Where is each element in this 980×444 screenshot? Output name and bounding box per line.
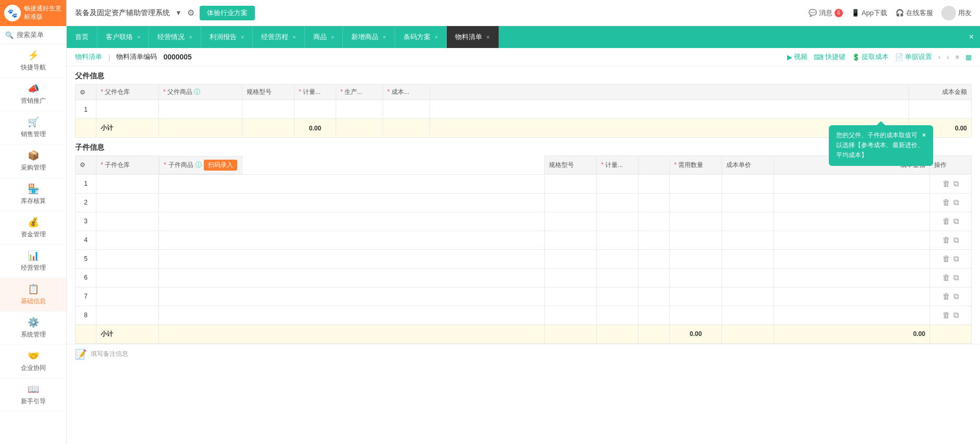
tab-history-close[interactable]: × xyxy=(292,34,296,40)
child-row-product[interactable] xyxy=(159,231,545,249)
child-row-qty[interactable] xyxy=(670,212,722,231)
tab-profit[interactable]: 利润报告 × xyxy=(201,26,253,48)
child-row-warehouse[interactable] xyxy=(96,306,159,325)
copy-row-icon[interactable]: ⧉ xyxy=(953,198,959,207)
child-row-unit[interactable] xyxy=(597,174,639,193)
settings-gear-icon[interactable]: ⚙ xyxy=(187,8,194,18)
video-action[interactable]: ▶ 视频 xyxy=(787,52,807,62)
child-row-product[interactable] xyxy=(159,268,545,287)
copy-row-icon[interactable]: ⧉ xyxy=(953,235,959,245)
single-setting-action[interactable]: 📄 单据设置 xyxy=(895,52,932,62)
message-button[interactable]: 💬 消息 6 xyxy=(808,8,843,18)
breadcrumb[interactable]: 物料清单 xyxy=(75,52,102,62)
child-row-warehouse[interactable] xyxy=(96,193,159,212)
tab-customer-close[interactable]: × xyxy=(137,34,140,40)
sidebar-item-finance[interactable]: 💰 资金管理 xyxy=(0,211,66,245)
copy-row-icon[interactable]: ⧉ xyxy=(953,217,959,226)
child-row-unit[interactable] xyxy=(597,231,639,249)
nav-prev-icon[interactable]: ‹ xyxy=(938,53,940,61)
child-row-product[interactable] xyxy=(159,193,545,212)
child-row-unit-cost[interactable] xyxy=(722,249,774,268)
child-row-qty[interactable] xyxy=(670,231,722,249)
child-row-qty[interactable] xyxy=(670,306,722,325)
tab-goods-close[interactable]: × xyxy=(331,34,334,40)
child-row-warehouse[interactable] xyxy=(96,212,159,231)
delete-row-icon[interactable]: 🗑 xyxy=(942,254,950,263)
delete-row-icon[interactable]: 🗑 xyxy=(942,179,950,188)
child-row-warehouse[interactable] xyxy=(96,231,159,249)
child-row-spec[interactable] xyxy=(545,212,597,231)
child-row-product[interactable] xyxy=(159,212,545,231)
sidebar-item-operation[interactable]: 📊 经营管理 xyxy=(0,245,66,278)
child-row-unit-cost[interactable] xyxy=(722,268,774,287)
child-row-product[interactable] xyxy=(159,249,545,268)
extract-cost-action[interactable]: 💲 提取成本 xyxy=(852,52,889,62)
child-row-qty[interactable] xyxy=(670,268,722,287)
close-all-tabs[interactable]: × xyxy=(963,32,980,42)
sidebar-item-basic[interactable]: 📋 基础信息 xyxy=(0,278,66,311)
tab-operation[interactable]: 经营情况 × xyxy=(149,26,201,48)
child-row-spec[interactable] xyxy=(545,174,597,193)
copy-row-icon[interactable]: ⧉ xyxy=(953,292,959,301)
sidebar-item-quick-nav[interactable]: ⚡ 快捷导航 xyxy=(0,44,66,78)
child-row-unit[interactable] xyxy=(597,306,639,325)
tab-profit-close[interactable]: × xyxy=(241,34,244,40)
child-row-spec[interactable] xyxy=(545,231,597,249)
grid-view-icon[interactable]: ▦ xyxy=(965,53,972,61)
tab-bom-close[interactable]: × xyxy=(486,34,489,40)
child-row-unit-cost[interactable] xyxy=(722,193,774,212)
sidebar-item-purchase[interactable]: 📦 采购管理 xyxy=(0,145,66,178)
child-row-warehouse[interactable] xyxy=(96,287,159,306)
child-row-qty[interactable] xyxy=(670,193,722,212)
tab-new-goods-close[interactable]: × xyxy=(383,34,386,40)
tab-customer[interactable]: 客户联络 × xyxy=(97,26,149,48)
child-col-setting[interactable]: ⚙ xyxy=(76,156,96,175)
child-row-qty[interactable] xyxy=(670,249,722,268)
parent-col-setting[interactable]: ⚙ xyxy=(76,85,96,100)
tab-barcode[interactable]: 条码方案 × xyxy=(395,26,447,48)
user-menu[interactable]: 用友 xyxy=(941,6,972,20)
child-row-unit-cost[interactable] xyxy=(722,174,774,193)
tab-home[interactable]: 首页 xyxy=(67,26,97,48)
child-row-qty[interactable] xyxy=(670,287,722,306)
trial-button[interactable]: 体验行业方案 xyxy=(200,6,255,20)
child-row-unit-cost[interactable] xyxy=(722,212,774,231)
tab-bom[interactable]: 物料清单 × xyxy=(447,26,498,48)
delete-row-icon[interactable]: 🗑 xyxy=(942,273,950,282)
delete-row-icon[interactable]: 🗑 xyxy=(942,310,950,320)
child-row-unit-cost[interactable] xyxy=(722,231,774,249)
parent-row-warehouse[interactable] xyxy=(96,100,159,119)
sidebar-item-system[interactable]: ⚙️ 系统管理 xyxy=(0,311,66,345)
child-row-unit[interactable] xyxy=(597,193,639,212)
sidebar-item-enterprise[interactable]: 🤝 企业协同 xyxy=(0,345,66,378)
child-row-qty[interactable] xyxy=(670,174,722,193)
sidebar-item-inventory[interactable]: 🏪 库存核算 xyxy=(0,178,66,211)
copy-row-icon[interactable]: ⧉ xyxy=(953,273,959,282)
tab-new-goods[interactable]: 新增商品 × xyxy=(343,26,395,48)
online-service-button[interactable]: 🎧 在线客服 xyxy=(896,8,933,18)
sidebar-item-guide[interactable]: 📖 新手引导 xyxy=(0,378,66,412)
child-row-spec[interactable] xyxy=(545,287,597,306)
sidebar-item-search[interactable]: 🔍 搜索菜单 xyxy=(0,26,66,44)
child-row-warehouse[interactable] xyxy=(96,174,159,193)
copy-row-icon[interactable]: ⧉ xyxy=(953,310,959,320)
tab-goods[interactable]: 商品 × xyxy=(305,26,343,48)
sidebar-item-marketing[interactable]: 📣 营销推广 xyxy=(0,78,66,111)
tab-barcode-close[interactable]: × xyxy=(435,34,438,40)
delete-row-icon[interactable]: 🗑 xyxy=(942,217,950,226)
dropdown-arrow-icon[interactable]: ▼ xyxy=(175,9,182,17)
child-row-unit[interactable] xyxy=(597,249,639,268)
child-row-spec[interactable] xyxy=(545,306,597,325)
child-row-unit[interactable] xyxy=(597,287,639,306)
copy-row-icon[interactable]: ⧉ xyxy=(953,179,959,188)
delete-row-icon[interactable]: 🗑 xyxy=(942,198,950,207)
delete-row-icon[interactable]: 🗑 xyxy=(942,235,950,245)
parent-row-cost[interactable] xyxy=(383,100,430,119)
child-row-spec[interactable] xyxy=(545,193,597,212)
child-row-unit-cost[interactable] xyxy=(722,287,774,306)
tab-history[interactable]: 经营历程 × xyxy=(253,26,304,48)
delete-row-icon[interactable]: 🗑 xyxy=(942,292,950,301)
child-row-spec[interactable] xyxy=(545,249,597,268)
scan-input-button[interactable]: 扫码录入 xyxy=(204,160,237,171)
child-row-product[interactable] xyxy=(159,306,545,325)
